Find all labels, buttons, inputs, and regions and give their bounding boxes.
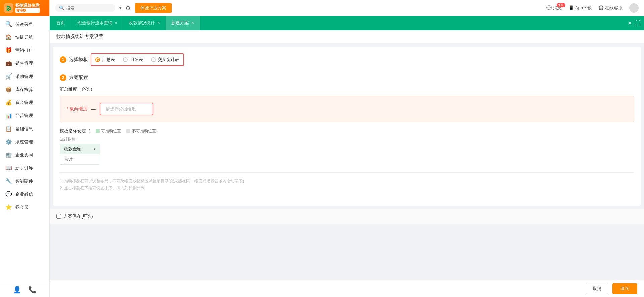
sidebar-item-vip[interactable]: ⭐ 畅会员 — [0, 201, 49, 214]
non-draggable-badge: 不可拖动位置） — [126, 128, 160, 134]
sidebar-item-system[interactable]: ⚙️ 系统管理 — [0, 135, 49, 148]
sidebar-item-quick-nav[interactable]: 🏠 快捷导航 — [0, 31, 49, 44]
metrics-section: 模板指标设定（ 可拖动位置 不可拖动位置） — [60, 128, 634, 166]
sidebar-logo: 🐉 畅捷通好生意 标准版 — [0, 0, 49, 16]
sidebar-item-marketing[interactable]: 🎁 营销推广 — [0, 44, 49, 57]
sidebar-item-beginner[interactable]: 📖 新手引导 — [0, 161, 49, 175]
message-item[interactable]: 💬 消息 99+ — [546, 5, 562, 11]
logo-icon: 🐉 — [4, 3, 13, 13]
dimension-row: * 纵向维度 — 请选择分组维度 — [67, 103, 627, 115]
sidebar-item-wechat[interactable]: 💬 企业微信 — [0, 188, 49, 201]
save-plan-label: 方案保存(可选) — [64, 213, 93, 219]
app-download-item[interactable]: 📱 App下载 — [569, 5, 592, 11]
column-chevron-icon[interactable]: ▾ — [94, 147, 96, 151]
smart-hw-icon: 🔧 — [5, 178, 12, 184]
sidebar-item-purchase[interactable]: 🛒 采购管理 — [0, 70, 49, 83]
avatar[interactable] — [629, 3, 639, 13]
search-menu-icon: 🔍 — [5, 21, 12, 27]
page-footer: 方案保存(可选) — [50, 209, 644, 224]
marketing-icon: 🎁 — [5, 47, 12, 53]
tip1: 1. 拖动标题栏可以调整布局，不可跨维度或指标区域拖动目字段(只能在同一维度或指… — [60, 178, 634, 184]
step1-num: 1 — [60, 56, 66, 63]
tabbar-right: ✕ ⛶ — [628, 20, 644, 27]
save-plan-checkbox[interactable] — [56, 214, 61, 219]
wechat-icon: 💬 — [5, 191, 12, 197]
radio-detail-btn[interactable] — [123, 57, 128, 62]
tab-close-all-icon[interactable]: ✕ — [628, 20, 632, 27]
action-bar: 取消 查询 — [50, 280, 644, 297]
sales-icon: 💼 — [5, 60, 12, 66]
dimension-arrow: — — [91, 107, 96, 112]
step2-section: 2 方案配置 汇总维度（必选） * 纵向维度 — 请选择分组维度 — [60, 74, 634, 191]
metrics-table-container: 统计指标 收款金额 ▾ 合计 — [60, 137, 634, 166]
sidebar-item-operations[interactable]: 📊 经营管理 — [0, 109, 49, 122]
dimension-section-title: 汇总维度（必选） — [60, 86, 634, 92]
form-container: 1 选择模板 汇总表 明细表 交叉统计表 — [53, 47, 641, 206]
logo-text: 畅捷通好生意 标准版 — [15, 3, 40, 13]
tips-section: 1. 拖动标题栏可以调整布局，不可跨维度或指标区域拖动目字段(只能在同一维度或指… — [60, 172, 634, 191]
search-dropdown-icon[interactable]: ▾ — [119, 6, 121, 10]
tab-collection-stat[interactable]: 收款情况统计 ✕ — [123, 16, 166, 30]
metrics-label: 模板指标设定（ 可拖动位置 不可拖动位置） — [60, 128, 634, 134]
step2-num: 2 — [60, 74, 66, 81]
dimension-select[interactable]: 请选择分组维度 — [100, 103, 153, 115]
online-support-item[interactable]: 🎧 在线客服 — [598, 5, 623, 11]
enterprise-icon: 🏢 — [5, 152, 12, 158]
step2-title: 方案配置 — [69, 75, 88, 81]
sidebar-item-inventory[interactable]: 📦 库存核算 — [0, 83, 49, 96]
tab-home[interactable]: 首页 — [50, 16, 72, 30]
tab-new-plan-close[interactable]: ✕ — [191, 21, 194, 26]
template-options: 汇总表 明细表 交叉统计表 — [91, 53, 184, 66]
tab-bank-flow-close[interactable]: ✕ — [114, 21, 118, 26]
tab-fullscreen-icon[interactable]: ⛶ — [635, 20, 641, 26]
search-input[interactable] — [66, 6, 107, 10]
radio-detail[interactable]: 明细表 — [123, 57, 143, 63]
tip2: 2. 点击标题栏下拉可设置排序、插入列和删除列 — [60, 185, 634, 191]
stats-label: 统计指标 — [60, 137, 100, 142]
sidebar: 🐉 畅捷通好生意 标准版 🔍 搜索菜单 🏠 快捷导航 🎁 营销推广 💼 销售管理… — [0, 0, 50, 297]
support-icon: 🎧 — [598, 5, 604, 10]
draggable-badge: 可拖动位置 — [96, 128, 121, 134]
phone-icon[interactable]: 📞 — [28, 286, 37, 294]
finance-icon: 💰 — [5, 99, 12, 106]
step1-title: 选择模板 — [69, 57, 88, 63]
non-draggable-color-dot — [126, 129, 130, 133]
radio-cross-btn[interactable] — [151, 57, 156, 62]
sidebar-item-search-menu[interactable]: 🔍 搜索菜单 — [0, 17, 49, 31]
operations-icon: 📊 — [5, 112, 12, 119]
sidebar-item-finance[interactable]: 💰 资金管理 — [0, 96, 49, 109]
dimension-area: * 纵向维度 — 请选择分组维度 — [60, 96, 634, 122]
settings-icon[interactable]: ⚙ — [125, 4, 131, 12]
page-header: 收款情况统计方案设置 — [50, 30, 644, 43]
cancel-button[interactable]: 取消 — [586, 283, 608, 294]
query-button[interactable]: 查询 — [612, 283, 637, 294]
home-icon: 🏠 — [5, 34, 12, 40]
user-profile-icon[interactable]: 👤 — [13, 286, 21, 294]
radio-summary-btn[interactable] — [95, 57, 100, 62]
tab-new-plan[interactable]: 新建方案 ✕ — [166, 16, 200, 30]
step1-section: 1 选择模板 汇总表 明细表 交叉统计表 — [60, 53, 634, 66]
industry-btn[interactable]: 体验行业方案 — [135, 3, 172, 13]
tab-bank-flow[interactable]: 现金银行流水查询 ✕ — [72, 16, 123, 30]
app-download-icon: 📱 — [569, 5, 574, 10]
sidebar-item-basic-info[interactable]: 📋 基础信息 — [0, 122, 49, 135]
tab-collection-stat-close[interactable]: ✕ — [157, 21, 160, 26]
row-label: 合计 — [64, 157, 73, 162]
step2-header: 2 方案配置 — [60, 74, 634, 81]
main-area: 🔍 ▾ ⚙ 体验行业方案 💬 消息 99+ 📱 App下载 🎧 在线客服 — [50, 0, 644, 297]
beginner-icon: 📖 — [5, 165, 12, 171]
basic-info-icon: 📋 — [5, 126, 12, 132]
metrics-table: 收款金额 ▾ 合计 — [60, 144, 100, 165]
sidebar-item-sales[interactable]: 💼 销售管理 — [0, 57, 49, 70]
page-title: 收款情况统计方案设置 — [56, 34, 103, 39]
config-section: 汇总维度（必选） * 纵向维度 — 请选择分组维度 模 — [60, 86, 634, 191]
radio-summary[interactable]: 汇总表 — [95, 57, 115, 63]
topbar-right: 💬 消息 99+ 📱 App下载 🎧 在线客服 — [546, 3, 639, 13]
column-header-label: 收款金额 — [64, 146, 82, 152]
tabbar: 首页 现金银行流水查询 ✕ 收款情况统计 ✕ 新建方案 ✕ ✕ ⛶ — [50, 16, 644, 30]
message-icon: 💬 — [546, 5, 552, 10]
radio-cross[interactable]: 交叉统计表 — [151, 57, 179, 63]
sidebar-item-enterprise[interactable]: 🏢 企业协同 — [0, 148, 49, 161]
search-box[interactable]: 🔍 — [55, 4, 115, 12]
sidebar-item-smart-hw[interactable]: 🔧 智能硬件 — [0, 175, 49, 188]
